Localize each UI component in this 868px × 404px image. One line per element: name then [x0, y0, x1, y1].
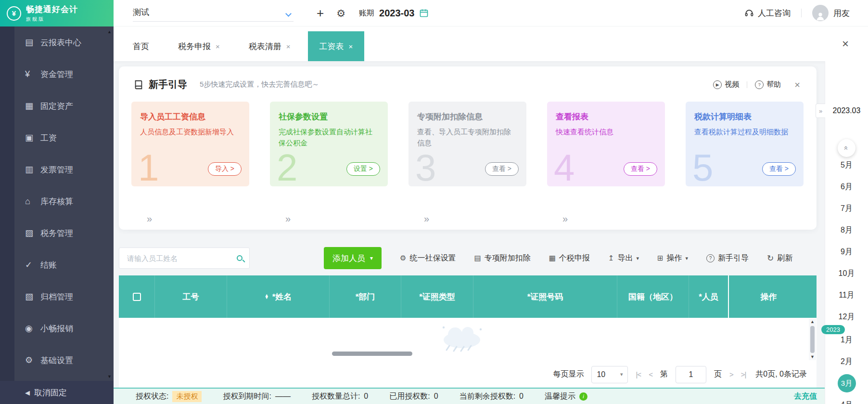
- sidebar-item-salary[interactable]: ▣工资: [14, 122, 114, 154]
- expand-step-icon[interactable]: »: [562, 214, 568, 223]
- divider: [747, 81, 747, 88]
- sidebar-item-inventory[interactable]: ⌂库存核算: [14, 185, 114, 217]
- chevron-down-icon: ▾: [370, 255, 373, 261]
- horizontal-scrollbar-thumb[interactable]: [332, 352, 412, 356]
- add-account-set-button[interactable]: +: [317, 7, 324, 19]
- add-person-button[interactable]: 添加人员▾: [324, 247, 382, 269]
- first-page-button[interactable]: |<: [636, 370, 641, 378]
- sidebar-item-archive[interactable]: ▧归档管理: [14, 281, 114, 313]
- search-input[interactable]: [126, 254, 237, 263]
- step-card-import-salary[interactable]: 导入员工工资信息 人员信息及工资数据新增导入 1 导入 >: [131, 102, 249, 186]
- operations-button[interactable]: ⊞操作▾: [657, 253, 688, 263]
- company-select[interactable]: 测试: [133, 4, 294, 22]
- scroll-to-top-button[interactable]: «: [838, 139, 855, 157]
- sort-icon[interactable]: ▲▼: [265, 294, 269, 300]
- last-page-button[interactable]: >|: [741, 370, 746, 378]
- month-item-3-active[interactable]: 3月: [825, 374, 868, 392]
- step-card-view-reports[interactable]: 查看报表 快速查看统计信息 4 查看 >: [547, 102, 665, 186]
- avatar[interactable]: [812, 5, 829, 21]
- support-link[interactable]: 人工咨询: [744, 8, 791, 19]
- export-button[interactable]: ↥导出▾: [608, 253, 639, 263]
- close-guide-icon[interactable]: ×: [794, 80, 800, 90]
- sidebar-item-cloud-reports[interactable]: ▤云报表中心: [14, 26, 114, 58]
- close-icon[interactable]: ×: [286, 42, 291, 51]
- prev-page-button[interactable]: <: [649, 370, 652, 378]
- select-all-checkbox[interactable]: [133, 293, 141, 301]
- month-item-2[interactable]: 2月: [825, 352, 868, 371]
- close-panel-button[interactable]: ×: [842, 38, 849, 50]
- username[interactable]: 用友: [833, 8, 850, 19]
- step-card-special-deduction[interactable]: 专项附加扣除信息 查看、导入员工专项附加扣除信息 3 查看 >: [408, 102, 526, 186]
- sidebar-item-funds[interactable]: ¥资金管理: [14, 58, 114, 90]
- step-title: 社保参数设置: [279, 111, 379, 123]
- sidebar-item-fixed-assets[interactable]: ▦固定资产: [14, 90, 114, 122]
- month-item-9[interactable]: 9月: [825, 243, 868, 261]
- sidebar-item-tax[interactable]: ▨税务管理: [14, 217, 114, 249]
- expand-step-icon[interactable]: »: [285, 214, 291, 223]
- month-item-12[interactable]: 12月: [825, 308, 868, 326]
- step-desc: 完成社保参数设置自动计算社保公积金: [279, 126, 379, 149]
- unified-social-security-button[interactable]: ⚙统一社保设置: [400, 253, 456, 263]
- calendar-icon[interactable]: [419, 8, 429, 18]
- special-deduction-button[interactable]: ▤专项附加扣除: [474, 253, 530, 263]
- sidebar-item-label: 资金管理: [40, 69, 73, 80]
- sidebar-item-label: 固定资产: [40, 101, 73, 112]
- video-link[interactable]: ▶视频: [713, 80, 739, 89]
- question-icon: ?: [706, 254, 715, 262]
- search-box: [119, 248, 250, 269]
- sidebar-item-reimburse[interactable]: ◉小畅报销: [14, 313, 114, 344]
- personal-tax-filing-button[interactable]: ▦个税申报: [549, 253, 590, 263]
- scroll-up-icon[interactable]: ▲: [810, 319, 815, 325]
- tab-salary-table[interactable]: 工资表×: [308, 31, 365, 61]
- deduction-icon: ▤: [474, 254, 481, 262]
- step-card-social-params[interactable]: 社保参数设置 完成社保参数设置自动计算社保公积金 2 设置 >: [270, 102, 388, 186]
- help-link[interactable]: ?帮助: [755, 80, 781, 89]
- recharge-link[interactable]: 去充值: [794, 391, 817, 402]
- salary-card-icon: ▣: [25, 132, 40, 143]
- setup-button[interactable]: 设置 >: [346, 162, 380, 176]
- page-number-input[interactable]: [676, 366, 706, 383]
- month-item-11[interactable]: 11月: [825, 286, 868, 304]
- vertical-scrollbar-thumb[interactable]: [810, 326, 815, 353]
- tab-tax-register[interactable]: 税表清册×: [237, 31, 302, 61]
- month-item-6[interactable]: 6月: [825, 178, 868, 196]
- sidebar-item-label: 小畅报销: [40, 323, 73, 334]
- scroll-down-icon[interactable]: ▼: [810, 354, 815, 360]
- import-button[interactable]: 导入 >: [208, 162, 242, 176]
- month-item-8[interactable]: 8月: [825, 221, 868, 239]
- column-header-name[interactable]: ▲▼ *姓名: [227, 275, 330, 318]
- month-item-10[interactable]: 10月: [825, 264, 868, 283]
- table-body-empty: ▲ ▼: [119, 318, 817, 361]
- close-icon[interactable]: ×: [349, 42, 353, 51]
- unpin-sidebar-button[interactable]: ◀ 取消固定: [0, 381, 114, 404]
- step-desc: 查看、导入员工专项附加扣除信息: [417, 126, 518, 149]
- collapse-calendar-handle[interactable]: »: [816, 104, 825, 118]
- close-icon[interactable]: ×: [216, 42, 220, 51]
- newbie-guide-button[interactable]: ?新手引导: [706, 253, 749, 263]
- tabbar: 首页 税务申报× 税表清册× 工资表× ×: [114, 26, 868, 61]
- view-button[interactable]: 查看 >: [624, 162, 657, 176]
- step-card-tax-detail[interactable]: 税款计算明细表 查看税款计算过程及明细数据 5 查看 >: [686, 102, 804, 186]
- next-page-button[interactable]: >: [729, 370, 733, 378]
- step-number: 2: [277, 149, 297, 186]
- sidebar-item-settings[interactable]: ⚙基础设置: [14, 344, 114, 376]
- period-value[interactable]: 2023-03: [379, 8, 414, 19]
- empty-state-cloud-illustration: [434, 319, 492, 359]
- expand-step-icon[interactable]: »: [147, 214, 152, 223]
- expand-step-icon[interactable]: »: [424, 214, 429, 223]
- month-item-1[interactable]: 1月: [825, 331, 868, 349]
- info-icon[interactable]: i: [579, 392, 587, 401]
- view-button[interactable]: 查看 >: [762, 162, 796, 176]
- tab-tax-filing[interactable]: 税务申报×: [166, 31, 231, 61]
- gear-icon[interactable]: ⚙: [336, 8, 345, 18]
- sidebar-item-closing[interactable]: ✓结账: [14, 249, 114, 281]
- tab-home[interactable]: 首页: [121, 31, 161, 61]
- month-item-4[interactable]: 4月: [825, 396, 868, 404]
- search-icon[interactable]: [237, 255, 243, 261]
- per-page-select[interactable]: 10▾: [591, 366, 628, 383]
- view-button[interactable]: 查看 >: [485, 162, 519, 176]
- month-item-5[interactable]: 5月: [825, 156, 868, 174]
- refresh-button[interactable]: ↻刷新: [767, 253, 792, 263]
- month-item-7[interactable]: 7月: [825, 199, 868, 218]
- sidebar-item-invoices[interactable]: ▥发票管理: [14, 154, 114, 185]
